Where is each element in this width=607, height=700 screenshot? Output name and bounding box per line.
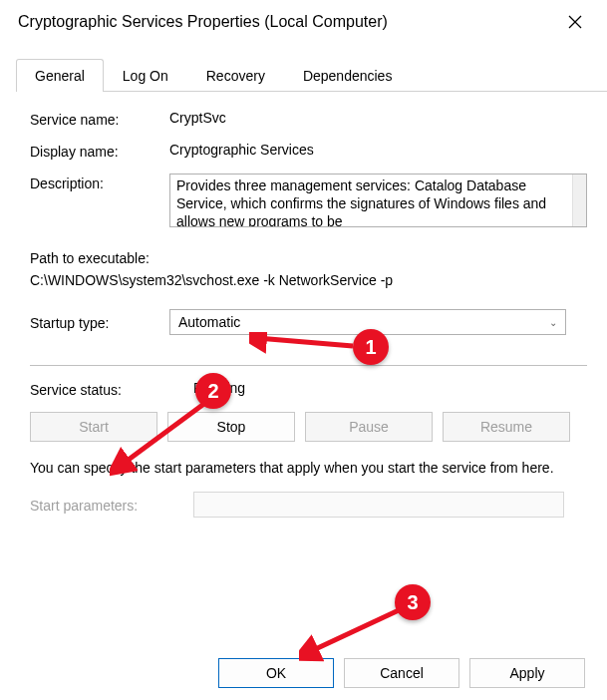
scrollbar[interactable] (572, 175, 586, 226)
annotation-bubble-3: 3 (395, 584, 431, 620)
label-display-name: Display name: (30, 142, 169, 160)
label-startup-type: Startup type: (30, 313, 169, 331)
annotation-bubble-1: 1 (353, 329, 389, 365)
value-path: C:\WINDOWS\system32\svchost.exe -k Netwo… (30, 269, 587, 291)
label-path: Path to executable: (30, 247, 587, 269)
parameters-note: You can specify the start parameters tha… (30, 458, 587, 478)
pause-button: Pause (305, 412, 433, 442)
tab-general[interactable]: General (16, 59, 104, 92)
title-bar: Cryptographic Services Properties (Local… (0, 0, 607, 44)
separator (30, 365, 587, 366)
description-text: Provides three management services: Cata… (176, 177, 546, 227)
resume-button: Resume (443, 412, 570, 442)
tab-dependencies[interactable]: Dependencies (284, 59, 412, 92)
ok-button[interactable]: OK (218, 658, 334, 688)
label-start-parameters: Start parameters: (30, 496, 193, 514)
chevron-down-icon: ⌄ (549, 317, 557, 328)
window-title: Cryptographic Services Properties (Local… (18, 13, 388, 31)
tab-recovery[interactable]: Recovery (187, 59, 284, 92)
value-display-name: Cryptographic Services (169, 142, 587, 158)
value-service-name: CryptSvc (169, 110, 587, 126)
label-service-name: Service name: (30, 110, 169, 128)
apply-button[interactable]: Apply (469, 658, 585, 688)
description-textbox[interactable]: Provides three management services: Cata… (169, 174, 587, 227)
svg-line-7 (309, 610, 399, 652)
dialog-footer: OK Cancel Apply (218, 658, 585, 688)
annotation-bubble-2: 2 (195, 373, 231, 409)
stop-button[interactable]: Stop (167, 412, 295, 442)
tab-strip: General Log On Recovery Dependencies (16, 58, 607, 92)
startup-type-value: Automatic (178, 314, 240, 330)
cancel-button[interactable]: Cancel (344, 658, 459, 688)
label-service-status: Service status: (30, 380, 193, 398)
close-icon[interactable] (555, 7, 595, 37)
start-parameters-input (193, 492, 564, 518)
start-button: Start (30, 412, 157, 442)
label-description: Description: (30, 174, 169, 191)
tab-content: Service name: CryptSvc Display name: Cry… (0, 92, 607, 518)
annotation-arrow-3 (299, 606, 409, 662)
tab-logon[interactable]: Log On (104, 59, 187, 92)
